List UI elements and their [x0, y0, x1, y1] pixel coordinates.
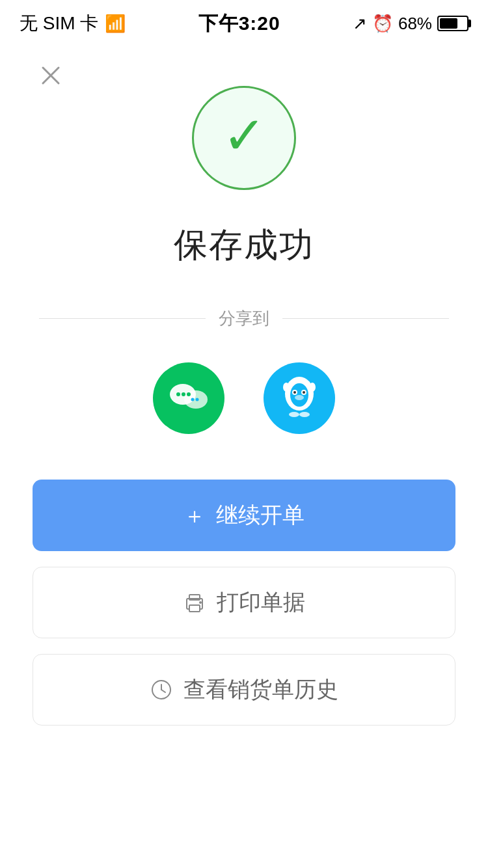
status-right: ↗ ⏰ 68%	[353, 14, 468, 34]
main-content: ✓ 保存成功 分享到	[0, 47, 488, 726]
action-buttons-container: ＋ 继续开单 打印单据 查看销货单历史	[0, 480, 488, 726]
continue-order-label: 继续开单	[216, 500, 305, 530]
close-icon	[39, 64, 62, 87]
share-divider: 分享到	[0, 307, 488, 330]
no-sim-label: 无 SIM 卡	[20, 11, 98, 36]
svg-point-23	[199, 601, 202, 604]
svg-point-19	[299, 412, 310, 417]
print-receipt-button[interactable]: 打印单据	[33, 567, 455, 638]
svg-rect-21	[189, 605, 200, 612]
svg-point-15	[295, 395, 304, 400]
success-circle: ✓	[192, 86, 296, 190]
svg-point-7	[191, 398, 195, 401]
plus-icon: ＋	[183, 504, 206, 526]
svg-point-5	[182, 392, 185, 396]
view-history-label: 查看销货单历史	[183, 675, 338, 705]
qq-share-button[interactable]	[264, 362, 335, 434]
svg-point-13	[293, 391, 296, 394]
alarm-icon: ⏰	[372, 14, 393, 34]
location-icon: ↗	[353, 14, 367, 34]
svg-point-14	[303, 391, 305, 394]
checkmark-icon: ✓	[223, 110, 266, 162]
status-bar: 无 SIM 卡 📶 下午3:20 ↗ ⏰ 68%	[0, 0, 488, 47]
battery-fill	[440, 18, 457, 29]
svg-point-8	[196, 398, 199, 401]
printer-icon	[183, 591, 206, 614]
share-label: 分享到	[206, 307, 282, 330]
continue-order-button[interactable]: ＋ 继续开单	[33, 480, 455, 551]
close-button[interactable]	[33, 57, 69, 94]
share-icons-container	[153, 362, 335, 434]
svg-point-4	[176, 392, 180, 396]
qq-icon	[280, 375, 319, 421]
print-receipt-label: 打印单据	[217, 588, 305, 617]
success-title: 保存成功	[174, 223, 314, 268]
battery-percent: 68%	[398, 14, 432, 34]
svg-line-26	[161, 690, 165, 692]
battery-icon	[437, 16, 468, 31]
svg-point-6	[187, 392, 191, 396]
status-left: 无 SIM 卡 📶	[20, 11, 126, 36]
time-display: 下午3:20	[198, 10, 280, 37]
svg-point-17	[309, 383, 316, 392]
svg-point-16	[283, 383, 290, 392]
wechat-share-button[interactable]	[153, 362, 224, 434]
divider-right	[282, 318, 449, 319]
divider-left	[39, 318, 206, 319]
svg-point-18	[289, 412, 299, 417]
wechat-icon	[169, 381, 209, 415]
wifi-icon: 📶	[105, 14, 126, 34]
view-history-button[interactable]: 查看销货单历史	[33, 654, 455, 726]
clock-icon	[150, 678, 173, 701]
